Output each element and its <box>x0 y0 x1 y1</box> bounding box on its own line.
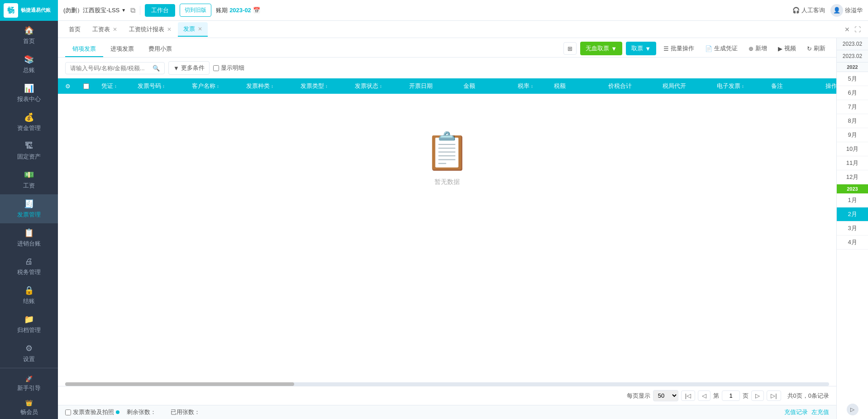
expand-panel-btn[interactable]: ⛶ <box>853 25 863 34</box>
col-settings[interactable]: ⚙ <box>63 83 81 90</box>
tab-salary-stats-close[interactable]: ✕ <box>167 26 172 33</box>
sidebar-item-assets[interactable]: 🏗 固定资产 <box>0 137 58 165</box>
period-9[interactable]: 9月 <box>837 128 868 142</box>
new-button[interactable]: ⊕ 新增 <box>745 42 771 55</box>
period-7[interactable]: 7月 <box>837 100 868 114</box>
next-page-btn[interactable]: ▷ <box>751 390 764 401</box>
gen-voucher-button[interactable]: 📄 生成凭证 <box>701 42 741 55</box>
col-tax-rate[interactable]: 税率 ↕ <box>516 82 552 90</box>
page-label2: 页 <box>743 392 749 400</box>
first-page-btn[interactable]: |◁ <box>681 390 695 401</box>
prev-page-btn[interactable]: ◁ <box>698 390 711 401</box>
user-menu[interactable]: 👤 徐溢华 <box>830 4 863 17</box>
col-e-invoice[interactable]: 电子发票 ↕ <box>715 82 769 90</box>
col-invoice-no-sort-icon: ↕ <box>162 84 165 89</box>
no-cancel-ticket-button[interactable]: 无血取票 ▼ <box>580 42 622 55</box>
last-page-btn[interactable]: ▷| <box>767 390 781 401</box>
period-12[interactable]: 12月 <box>837 170 868 184</box>
refresh-button[interactable]: ↻ 刷新 <box>803 42 829 55</box>
avatar-icon: 👤 <box>833 7 840 14</box>
table-scrollbar[interactable] <box>65 382 829 386</box>
tab-invoice[interactable]: 发票 ✕ <box>178 22 208 37</box>
sidebar-logo: 畅 畅捷通易代账 <box>0 0 58 21</box>
subtab-sales[interactable]: 销项发票 <box>65 42 103 57</box>
period-11[interactable]: 11月 <box>837 156 868 170</box>
period-2023-2[interactable]: 2月 <box>837 207 868 222</box>
invoice-check-checkbox[interactable] <box>65 409 71 415</box>
col-invoice-type-label: 发票种类 <box>246 82 270 90</box>
period-2023-1[interactable]: 1月 <box>837 193 868 207</box>
close-panel-btn[interactable]: ✕ <box>843 25 852 34</box>
col-invoice-category-sort-icon: ↕ <box>325 84 328 89</box>
pagination: 每页显示 50 10 20 100 |◁ ◁ 第 页 ▷ ▷| 共0页，0条记录 <box>627 390 829 401</box>
switch-button[interactable]: 切到旧版 <box>180 4 211 17</box>
sidebar-item-invoices[interactable]: 🧾 发票管理 <box>0 194 58 223</box>
sidebar-item-home[interactable]: 🏠 首页 <box>0 21 58 50</box>
col-invoice-no[interactable]: 发票号码 ↕ <box>136 82 190 90</box>
tab-salary-close[interactable]: ✕ <box>113 26 117 33</box>
show-detail-check[interactable] <box>213 65 219 71</box>
period-header1: 2023.02 <box>837 38 868 50</box>
page-number-input[interactable] <box>722 390 740 401</box>
col-invoice-no-label: 发票号码 <box>138 82 161 90</box>
video-button[interactable]: ▶ 视频 <box>774 42 800 55</box>
col-invoice-type[interactable]: 发票种类 ↕ <box>244 82 299 90</box>
select-all-checkbox[interactable] <box>83 83 89 89</box>
copy-icon[interactable]: ⧉ <box>130 6 135 14</box>
sidebar-item-tax[interactable]: 🖨 税务管理 <box>0 252 58 281</box>
tab-invoice-close[interactable]: ✕ <box>198 26 202 32</box>
topup-link[interactable]: 充值记录 <box>784 408 808 416</box>
col-checkbox[interactable] <box>81 83 100 89</box>
batch-ops-button[interactable]: ☰ 批量操作 <box>660 42 698 55</box>
invoice-check-label[interactable]: 发票查验及拍照 <box>65 408 119 416</box>
sidebar-item-sales-ledger[interactable]: 📋 进销台账 <box>0 223 58 252</box>
period-5[interactable]: 5月 <box>837 72 868 86</box>
company-selector[interactable]: (勿删）江西股宝-LSS ▼ <box>63 6 126 14</box>
col-customer[interactable]: 客户名称 ↕ <box>190 82 244 90</box>
right-panel-toggle[interactable]: ▷ <box>847 404 858 415</box>
col-voucher[interactable]: 凭证 ↕ <box>100 82 136 90</box>
period-8[interactable]: 8月 <box>837 114 868 128</box>
right-panel-spacer <box>837 250 868 400</box>
subtab-expense[interactable]: 费用小票 <box>141 42 179 57</box>
more-conditions-button[interactable]: ▼ 更多条件 <box>168 61 210 75</box>
sidebar-item-salary[interactable]: 💵 工资 <box>0 165 58 194</box>
show-detail-checkbox[interactable]: 显示明细 <box>213 64 244 72</box>
tab-home[interactable]: 首页 <box>63 23 86 36</box>
sidebar-item-member[interactable]: 👑 畅会员 <box>0 396 58 419</box>
sidebar-item-closing[interactable]: 🔒 结账 <box>0 281 58 310</box>
calendar-icon[interactable]: 📅 <box>253 7 260 14</box>
sidebar-item-archive[interactable]: 📁 归档管理 <box>0 310 58 339</box>
tab-salary-stats[interactable]: 工资统计报表 ✕ <box>124 23 177 36</box>
search-box[interactable]: 🔍 <box>65 62 165 74</box>
take-ticket-button[interactable]: 取票 ▼ <box>626 42 656 55</box>
main-area: (勿删）江西股宝-LSS ▼ ⧉ 工作台 切到旧版 账期 2023-02 📅 🎧… <box>58 0 868 419</box>
sidebar-item-funds[interactable]: 💰 资金管理 <box>0 108 58 137</box>
workbench-button[interactable]: 工作台 <box>145 4 175 17</box>
period-2023-4[interactable]: 4月 <box>837 236 868 250</box>
support-link[interactable]: 🎧 人工客询 <box>792 6 825 14</box>
page-size-select[interactable]: 50 10 20 100 <box>653 390 678 401</box>
sidebar-item-guide[interactable]: 🚀 新手引导 <box>0 372 58 396</box>
sidebar-item-reports[interactable]: 📊 报表中心 <box>0 79 58 108</box>
sidebar-item-salary-label: 工资 <box>23 182 35 190</box>
search-input[interactable] <box>70 65 150 72</box>
table-scrollbar-thumb[interactable] <box>65 382 294 386</box>
sidebar-item-ledger[interactable]: 📚 总账 <box>0 50 58 79</box>
period-6[interactable]: 6月 <box>837 86 868 100</box>
tab-salary-label: 工资表 <box>92 25 110 34</box>
grid-view-button[interactable]: ⊞ <box>563 42 577 55</box>
subtab-purchase[interactable]: 进项发票 <box>103 42 141 57</box>
sidebar: 畅 畅捷通易代账 🏠 首页 📚 总账 📊 报表中心 💰 资金管理 🏗 固定资产 … <box>0 0 58 419</box>
logo-text: 畅捷通易代账 <box>21 7 51 13</box>
home-icon: 🏠 <box>24 25 34 35</box>
service-link[interactable]: 左充值 <box>811 408 829 416</box>
sidebar-item-invoices-label: 发票管理 <box>17 211 41 219</box>
settings-icon: ⚙ <box>25 343 33 353</box>
period-10[interactable]: 10月 <box>837 142 868 156</box>
col-invoice-status[interactable]: 发票状态 ↕ <box>353 82 407 90</box>
col-invoice-category[interactable]: 发票类型 ↕ <box>299 82 353 90</box>
tab-salary[interactable]: 工资表 ✕ <box>87 23 123 36</box>
period-2023-3[interactable]: 3月 <box>837 222 868 236</box>
sidebar-item-settings[interactable]: ⚙ 设置 <box>0 339 58 368</box>
